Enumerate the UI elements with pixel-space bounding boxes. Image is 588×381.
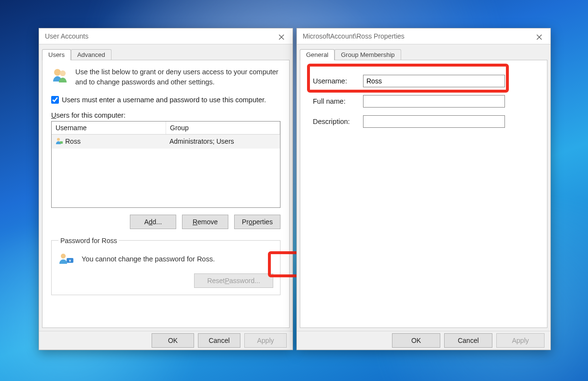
username-label: Username:: [313, 77, 363, 85]
close-icon: [279, 34, 284, 41]
dialog-title: MicrosoftAccount\Ross Properties: [303, 32, 405, 40]
username-input[interactable]: [363, 75, 505, 87]
svg-rect-5: [60, 141, 63, 144]
apply-button: Apply: [496, 333, 545, 348]
dialog-button-bar: OK Cancel Apply: [39, 331, 293, 350]
dialog-title: User Accounts: [45, 32, 88, 40]
tab-advanced[interactable]: Advanced: [71, 49, 112, 60]
remove-button[interactable]: Remove: [182, 215, 228, 229]
users-list-label: Users for this computer:: [51, 111, 280, 119]
intro-text: Use the list below to grant or deny user…: [75, 67, 280, 87]
must-enter-password-checkbox[interactable]: Users must enter a username and password…: [51, 96, 280, 104]
fullname-label: Full name:: [313, 97, 363, 105]
password-message: You cannot change the password for Ross.: [82, 255, 215, 263]
row-username: Ross: [65, 137, 81, 145]
description-input[interactable]: [363, 115, 505, 128]
svg-point-2: [54, 69, 61, 76]
ross-properties-dialog: MicrosoftAccount\Ross Properties General…: [296, 28, 551, 350]
password-group-legend: Password for Ross: [58, 237, 119, 245]
cancel-button[interactable]: Cancel: [198, 333, 240, 348]
must-enter-password-label: Users must enter a username and password…: [62, 96, 266, 104]
svg-point-3: [60, 70, 66, 76]
row-group: Administrators; Users: [166, 136, 280, 146]
tabpage-general: Username: Full name: Description:: [300, 60, 547, 328]
tab-group-membership[interactable]: Group Membership: [335, 49, 401, 60]
user-accounts-dialog: User Accounts Users Advanced: [39, 28, 293, 350]
description-label: Description:: [313, 118, 363, 125]
svg-point-6: [61, 254, 66, 259]
tabpage-users: Use the list below to grant or deny user…: [42, 60, 290, 328]
ok-button[interactable]: OK: [152, 333, 194, 348]
tab-general[interactable]: General: [300, 49, 335, 60]
must-enter-password-checkbox-input[interactable]: [51, 96, 59, 104]
users-icon: [51, 67, 69, 84]
cancel-button[interactable]: Cancel: [444, 333, 492, 348]
ok-button[interactable]: OK: [392, 333, 440, 348]
table-row[interactable]: Ross Administrators; Users: [52, 135, 280, 149]
tabstrip: Users Advanced: [39, 47, 293, 60]
apply-button: Apply: [244, 333, 287, 348]
reset-password-button: Reset Password...: [194, 273, 273, 288]
user-row-icon: [56, 137, 63, 146]
password-icon: [58, 252, 75, 266]
password-groupbox: Password for Ross You cannot change the …: [51, 237, 280, 295]
tabstrip: General Group Membership: [297, 47, 550, 60]
add-button[interactable]: Add...: [130, 215, 176, 229]
col-username[interactable]: Username: [52, 122, 166, 134]
fullname-input[interactable]: [363, 95, 505, 108]
users-list[interactable]: Username Group Ross Administrators; User…: [51, 121, 280, 208]
dialog-button-bar: OK Cancel Apply: [297, 331, 550, 350]
svg-rect-9: [70, 260, 70, 262]
tab-users[interactable]: Users: [42, 49, 71, 60]
close-icon: [536, 34, 542, 41]
titlebar[interactable]: User Accounts: [39, 28, 293, 44]
titlebar[interactable]: MicrosoftAccount\Ross Properties: [297, 28, 550, 44]
users-list-header: Username Group: [52, 122, 280, 135]
col-group[interactable]: Group: [166, 122, 280, 134]
properties-button[interactable]: Properties: [234, 215, 280, 229]
svg-point-4: [57, 138, 60, 141]
